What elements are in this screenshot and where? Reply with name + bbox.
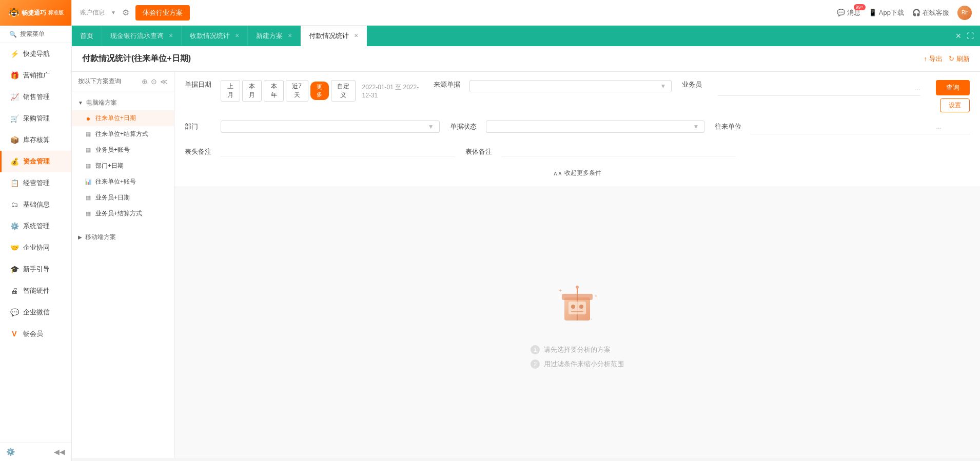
dept-select[interactable]: ▼ [221,121,440,133]
scheme-counterpart-account[interactable]: 📊 往来单位+账号 [72,174,174,190]
online-service-btn[interactable]: 🎧 在线客服 [912,8,949,17]
app-download-label: App下载 [879,8,904,17]
settings-btn[interactable]: 设置 [940,98,970,112]
sidebar-item-marketing[interactable]: 🎁 营销推广 [0,65,71,86]
svg-point-5 [579,305,583,309]
sidebar-item-operations[interactable]: 📋 经营管理 [0,172,71,194]
query-btn[interactable]: 查询 [936,80,970,95]
sidebar-item-capital[interactable]: 💰 资金管理 [0,151,71,172]
table-body-note-input[interactable] [501,143,736,154]
trial-btn[interactable]: 体验行业方案 [135,5,190,21]
counterpart-input[interactable] [751,121,936,132]
sidebar-item-purchase[interactable]: 🛒 采购管理 [0,108,71,129]
collapse-label: 收起更多条件 [564,169,601,177]
tab-cash-flow-close-icon[interactable]: ✕ [169,33,173,38]
scheme-settings-icon[interactable]: ⊙ [151,77,157,86]
tab-receivable[interactable]: 收款情况统计 ✕ [182,26,248,46]
panel-collapse-icon[interactable]: ≪ [160,77,168,86]
tab-payment-stat[interactable]: 付款情况统计 ✕ [301,26,367,46]
sidebar-collapse-icon[interactable]: ◀◀ [54,448,65,456]
table-head-note-input[interactable] [221,143,455,154]
date-btn-this-year[interactable]: 本年 [264,80,283,102]
date-btn-last-month[interactable]: 上月 [221,80,240,102]
result-hint-2: 2 用过滤条件来缩小分析范围 [531,359,624,369]
scheme-dept-date[interactable]: ▦ 部门+日期 [72,158,174,174]
sidebar-item-sales[interactable]: 📈 销售管理 [0,86,71,108]
tabbar-fullscreen-icon[interactable]: ⛶ [967,32,974,40]
pc-section-title[interactable]: ▼ 电脑端方案 [72,95,174,110]
sidebar-item-hardware[interactable]: 🖨 智能硬件 [0,280,71,302]
tab-receivable-close-icon[interactable]: ✕ [235,33,239,38]
left-panel-toolbar: 按以下方案查询 ⊕ ⊙ ≪ [72,72,174,91]
scheme-salesman-settle[interactable]: ▦ 业务员+结算方式 [72,206,174,222]
hint-text-2: 用过滤条件来缩小分析范围 [544,359,624,369]
sidebar-item-quick-nav[interactable]: ⚡ 快捷导航 [0,43,71,65]
scheme-counterpart-date-label: 往来单位+日期 [95,114,136,123]
voucher-status-select[interactable]: ▼ [486,121,705,133]
add-scheme-icon[interactable]: ⊕ [142,77,148,86]
collapse-more-btn[interactable]: ∧∧ 收起更多条件 [549,165,605,182]
mobile-section-title[interactable]: ▶ 移动端方案 [72,230,174,245]
sidebar-item-enterprise[interactable]: 🤝 企业协同 [0,237,71,258]
app-download-btn[interactable]: 📱 App下载 [869,8,904,17]
sidebar-item-label: 销售管理 [23,92,50,102]
tab-new-scheme-label: 新建方案 [256,31,283,41]
salesman-dots[interactable]: ... [915,84,920,92]
date-range-text: 2022-01-01 至 2022-12-31 [362,83,423,99]
filter-actions: 查询 设置 [929,80,970,112]
date-btn-this-month[interactable]: 本月 [242,80,262,102]
tab-new-scheme-close-icon[interactable]: ✕ [288,33,292,38]
tab-payment-stat-close-icon[interactable]: ✕ [354,33,358,38]
sidebar-item-label: 新手引导 [23,265,50,274]
scheme-salesman-date[interactable]: ▦ 业务员+日期 [72,190,174,206]
date-buttons: 上月 本月 本年 近7天 更多 自定义 2022-01-01 至 2022-12… [221,80,423,102]
scheme-icon: ▦ [84,130,92,138]
date-btn-7days[interactable]: 近7天 [286,80,308,102]
salesman-input[interactable] [718,82,915,93]
scheme-counterpart-date[interactable]: ● 往来单位+日期 [72,110,174,126]
message-btn[interactable]: 💬 消息 99+ [837,8,860,17]
tab-cash-flow[interactable]: 现金银行流水查询 ✕ [102,26,182,46]
date-btn-custom[interactable]: 自定义 [331,80,356,102]
sidebar-item-guide[interactable]: 🎓 新手引导 [0,258,71,280]
user-avatar[interactable]: Rit [957,6,972,20]
sidebar-item-label: 企业协同 [23,243,50,252]
scheme-icon: ▦ [84,162,92,170]
sidebar: 🐯 畅捷通巧 标准版 🔍 搜索菜单 ⚡ 快捷导航 🎁 营销推广 📈 销售管理 🛒… [0,0,72,461]
pc-section-label: 电脑端方案 [86,98,117,107]
tab-new-scheme[interactable]: 新建方案 ✕ [248,26,301,46]
guide-icon: 🎓 [10,265,19,274]
scheme-counterpart-settle[interactable]: ▦ 往来单位+结算方式 [72,126,174,142]
service-icon: 🎧 [912,9,920,16]
export-icon: ↑ [924,55,928,63]
counterpart-field: ... [751,118,970,134]
refresh-btn[interactable]: ↻ 刷新 [949,54,970,64]
sidebar-item-label: 库存核算 [23,135,50,145]
avatar-text: Rit [962,10,968,15]
sidebar-item-member[interactable]: V 畅会员 [0,323,71,345]
sidebar-item-wechat[interactable]: 💬 企业微信 [0,302,71,323]
sidebar-item-basic-info[interactable]: 🗂 基础信息 [0,194,71,215]
scheme-icon: ▦ [84,146,92,154]
date-btn-more[interactable]: 更多 [310,82,329,100]
counterpart-dots[interactable]: ... [936,123,942,130]
sidebar-item-system[interactable]: ⚙️ 系统管理 [0,215,71,237]
export-btn[interactable]: ↑ 导出 [924,54,943,64]
account-dropdown-icon[interactable]: ▼ [111,10,116,15]
tab-home-label: 首页 [80,31,93,41]
tabbar-close-all-icon[interactable]: ✕ [955,32,962,40]
table-head-note-field [221,141,455,156]
marketing-icon: 🎁 [10,71,19,80]
source-select[interactable]: ▼ [469,80,672,92]
mobile-section-label: 移动端方案 [85,233,116,242]
voucher-status-label: 单据状态 [450,122,486,131]
settings-gear-icon[interactable]: ⚙️ [6,448,15,456]
tab-home[interactable]: 首页 [72,26,102,46]
scheme-salesman-account[interactable]: ▦ 业务员+账号 [72,142,174,158]
sidebar-item-inventory[interactable]: 📦 库存核算 [0,129,71,151]
filter-row-1: 单据日期 上月 本月 本年 近7天 更多 自定义 2022-01-01 至 20… [185,80,970,112]
mobile-section-arrow: ▶ [78,234,82,240]
salesman-field: ... [718,80,920,96]
sidebar-search[interactable]: 🔍 搜索菜单 [0,26,71,43]
header-settings-icon[interactable]: ⚙ [122,8,129,17]
